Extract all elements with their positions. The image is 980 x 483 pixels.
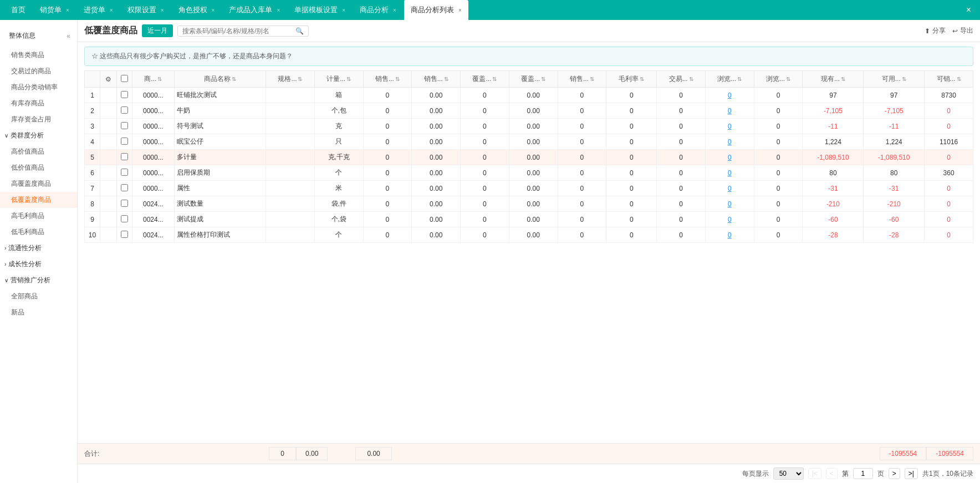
row-settings[interactable]: [100, 150, 117, 165]
row-settings[interactable]: [100, 212, 117, 227]
nav-home[interactable]: 首页: [4, 0, 32, 20]
browse1-column-header[interactable]: 浏览...⇅: [706, 71, 754, 88]
sidebar-section-group[interactable]: ∨ 类群度分析: [0, 128, 77, 144]
row-settings[interactable]: [100, 119, 117, 134]
row-checkbox[interactable]: [117, 212, 132, 227]
last-page-btn[interactable]: >|: [905, 468, 918, 479]
row-browse1[interactable]: 0: [706, 134, 754, 150]
row-settings[interactable]: [100, 103, 117, 119]
sidebar-section-marketing[interactable]: ∨ 营销推广分析: [0, 272, 77, 288]
export-button[interactable]: ↩ 导出: [952, 26, 973, 35]
sidebar-section-overall[interactable]: 整体信息: [4, 28, 40, 44]
row-select-checkbox[interactable]: [121, 122, 128, 129]
nav-product-analysis-list[interactable]: 商品分析列表 ×: [404, 0, 468, 20]
settings-column-header[interactable]: ⚙: [100, 71, 117, 88]
nav-close-all[interactable]: ×: [962, 5, 976, 15]
search-input[interactable]: [182, 27, 293, 35]
table-container[interactable]: ⚙ 商...⇅ 商品名称⇅ 规格...⇅ 计量...⇅ 销售...⇅ 销售...…: [78, 70, 980, 443]
nav-close-sales[interactable]: ×: [66, 7, 69, 13]
margin-column-header[interactable]: 毛利率⇅: [606, 71, 657, 88]
row-select-checkbox[interactable]: [121, 184, 128, 191]
nav-purchase-order[interactable]: 进货单 ×: [77, 0, 120, 20]
share-button[interactable]: ⬆ 分享: [925, 26, 946, 35]
sales-amount-column-header[interactable]: 销售...⇅: [412, 71, 461, 88]
sidebar-item-traded-products[interactable]: 交易过的商品: [0, 63, 77, 79]
nav-role-auth[interactable]: 角色授权 ×: [172, 0, 222, 20]
nav-close-product-analysis[interactable]: ×: [393, 7, 396, 13]
row-browse1[interactable]: 0: [706, 227, 754, 243]
select-all-checkbox[interactable]: [121, 75, 128, 82]
nav-close-template[interactable]: ×: [342, 7, 345, 13]
sales3-column-header[interactable]: 销售...⇅: [558, 71, 606, 88]
saleable-column-header[interactable]: 可销...⇅: [925, 71, 973, 88]
nav-close-list[interactable]: ×: [458, 7, 462, 13]
row-browse1[interactable]: 0: [706, 181, 754, 196]
row-select-checkbox[interactable]: [121, 215, 128, 222]
row-browse1[interactable]: 0: [706, 119, 754, 134]
coverage2-column-header[interactable]: 覆盖...⇅: [509, 71, 558, 88]
sidebar-item-new-products[interactable]: 新品: [0, 304, 77, 321]
sidebar-item-high-margin[interactable]: 高毛利商品: [0, 208, 77, 224]
row-checkbox[interactable]: [117, 88, 132, 103]
row-browse1[interactable]: 0: [706, 165, 754, 181]
spec-column-header[interactable]: 规格...⇅: [266, 71, 315, 88]
nav-production[interactable]: 产成品入库单 ×: [222, 0, 287, 20]
time-filter-button[interactable]: 近一月: [142, 24, 173, 37]
sidebar-item-sales-products[interactable]: 销售类商品: [0, 47, 77, 63]
unit-column-header[interactable]: 计量...⇅: [314, 71, 363, 88]
row-select-checkbox[interactable]: [121, 231, 128, 238]
sidebar-item-high-value[interactable]: 高价值商品: [0, 144, 77, 160]
sidebar-item-low-margin[interactable]: 低毛利商品: [0, 224, 77, 240]
row-select-checkbox[interactable]: [121, 169, 128, 176]
page-number-input[interactable]: [853, 468, 873, 479]
row-checkbox[interactable]: [117, 227, 132, 243]
per-page-select[interactable]: 50 10 20 100: [773, 467, 804, 480]
row-checkbox[interactable]: [117, 150, 132, 165]
row-select-checkbox[interactable]: [121, 91, 128, 98]
row-browse1[interactable]: 0: [706, 88, 754, 103]
next-page-btn[interactable]: >: [889, 468, 900, 479]
nav-template[interactable]: 单据模板设置 ×: [288, 0, 352, 20]
row-checkbox[interactable]: [117, 196, 132, 212]
search-icon[interactable]: 🔍: [295, 27, 304, 35]
code-column-header[interactable]: 商...⇅: [132, 71, 175, 88]
nav-product-analysis[interactable]: 商品分析 ×: [353, 0, 403, 20]
sidebar-section-growth[interactable]: › 成长性分析: [0, 256, 77, 272]
nav-close-production[interactable]: ×: [277, 7, 280, 13]
sidebar-item-category-rate[interactable]: 商品分类动销率: [0, 79, 77, 95]
browse2-column-header[interactable]: 浏览...⇅: [754, 71, 803, 88]
nav-close-permission[interactable]: ×: [161, 7, 164, 13]
available-column-header[interactable]: 可用...⇅: [864, 71, 925, 88]
checkbox-column-header[interactable]: [117, 71, 132, 88]
prev-page-btn[interactable]: <: [826, 468, 838, 479]
row-browse1[interactable]: 0: [706, 196, 754, 212]
row-settings[interactable]: [100, 181, 117, 196]
coverage1-column-header[interactable]: 覆盖...⇅: [461, 71, 509, 88]
row-settings[interactable]: [100, 196, 117, 212]
row-settings[interactable]: [100, 227, 117, 243]
row-checkbox[interactable]: [117, 103, 132, 119]
first-page-btn[interactable]: |<: [808, 468, 821, 479]
sidebar-collapse-btn[interactable]: «: [64, 31, 73, 41]
current-stock-column-header[interactable]: 现有...⇅: [803, 71, 864, 88]
row-settings[interactable]: [100, 134, 117, 150]
sidebar-item-in-stock[interactable]: 有库存商品: [0, 95, 77, 111]
transaction-column-header[interactable]: 交易...⇅: [657, 71, 706, 88]
sidebar-item-low-value[interactable]: 低价值商品: [0, 160, 77, 176]
row-checkbox[interactable]: [117, 165, 132, 181]
sidebar-section-liquidity[interactable]: › 流通性分析: [0, 240, 77, 256]
row-settings[interactable]: [100, 165, 117, 181]
row-checkbox[interactable]: [117, 181, 132, 196]
row-settings[interactable]: [100, 88, 117, 103]
row-checkbox[interactable]: [117, 119, 132, 134]
name-column-header[interactable]: 商品名称⇅: [174, 71, 266, 88]
row-select-checkbox[interactable]: [121, 106, 128, 114]
nav-sales-order[interactable]: 销货单 ×: [33, 0, 76, 20]
row-browse1[interactable]: 0: [706, 103, 754, 119]
row-select-checkbox[interactable]: [121, 138, 128, 145]
sales-count-column-header[interactable]: 销售...⇅: [363, 71, 412, 88]
row-select-checkbox[interactable]: [121, 153, 128, 160]
sidebar-item-all-products[interactable]: 全部商品: [0, 288, 77, 304]
row-checkbox[interactable]: [117, 134, 132, 150]
row-browse1[interactable]: 0: [706, 150, 754, 165]
